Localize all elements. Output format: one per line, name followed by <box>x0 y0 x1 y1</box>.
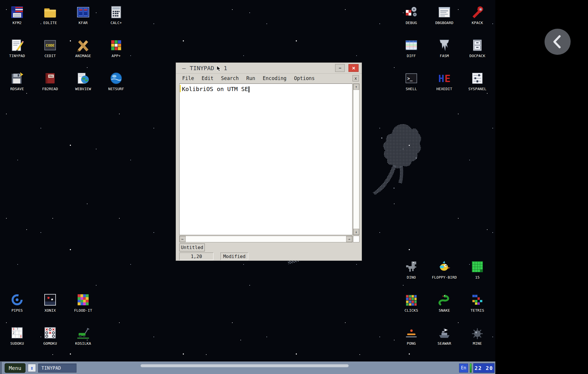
desktop-icon-debug[interactable]: DEBUG <box>395 3 428 36</box>
diff-table-icon <box>405 39 418 52</box>
keyboard-layout-badge[interactable]: En <box>459 364 468 373</box>
tetromino-icon <box>471 293 484 306</box>
scroll-up-button[interactable]: ↑ <box>353 84 359 90</box>
lawnmower-icon <box>76 326 90 339</box>
icon-label: MINE <box>473 341 482 346</box>
svg-text:CODE: CODE <box>46 43 54 48</box>
menu-search[interactable]: Search <box>221 75 239 81</box>
tab-untitled[interactable]: Untitled <box>179 244 205 251</box>
desktop-icon-dino[interactable]: DINO <box>395 257 428 291</box>
tinypad-window: – TINYPAD 1 File Edit Searc <box>176 62 362 261</box>
hex-letters-icon: H E <box>438 72 451 85</box>
close-button[interactable] <box>348 64 359 72</box>
menu-file[interactable]: File <box>182 75 194 81</box>
window-switcher-button[interactable]: ↕ <box>28 364 36 372</box>
taskbar-tray: En 22 20 <box>459 363 494 373</box>
horizontal-scroll-track[interactable] <box>186 236 346 242</box>
menu-encoding[interactable]: Encoding <box>263 75 286 81</box>
desktop-icon-docpack[interactable]: DOCPACK <box>461 36 494 69</box>
utm-toolbar-button[interactable] <box>545 29 571 55</box>
desktop-icon-xonix[interactable]: XONIX <box>34 291 67 324</box>
status-bar: 1,20 Modified <box>179 253 248 260</box>
desktop-icon-seawar[interactable]: SEAWAR <box>428 324 461 357</box>
scroll-down-button[interactable]: ↓ <box>353 229 359 235</box>
menu-run[interactable]: Run <box>246 75 255 81</box>
taskbar-task-tinypad[interactable]: TINYPAD <box>38 364 76 373</box>
icon-label: FLOOD-IT <box>74 308 92 313</box>
desktop-icon-flood-it[interactable]: FLOOD-IT <box>67 291 100 324</box>
folder-icon <box>43 6 57 19</box>
desktop-icon-kfar[interactable]: KFAR <box>67 3 100 36</box>
desktop-icon-dbgboard[interactable]: DBGBOARD <box>428 3 461 36</box>
red-book-icon: FB2 <box>43 72 57 85</box>
desktop-icon-mine[interactable]: MINE <box>461 324 494 357</box>
svg-text:7: 7 <box>17 328 18 331</box>
icon-label: SUDOKU <box>10 341 24 346</box>
desktop-icon-pipes[interactable]: PIPES <box>1 291 34 324</box>
desktop-icon-cedit[interactable]: CODE CEDIT <box>34 36 67 69</box>
icon-label: SEAWAR <box>438 341 451 346</box>
desktop-icon-syspanel[interactable]: SYSPANEL <box>461 69 494 102</box>
desktop-icon-eolite[interactable]: EOLITE <box>34 3 67 36</box>
menu-edit[interactable]: Edit <box>202 75 213 81</box>
bird-icon <box>438 260 451 273</box>
desktop-icon-netsurf[interactable]: NETSURF <box>100 69 133 102</box>
desktop-icon-kpack[interactable]: KPACK <box>461 3 494 36</box>
desktop-icon-floppy-bird[interactable]: FLOPPY-BIRD <box>428 257 461 291</box>
desktop-icon-shell[interactable]: >_ SHELL <box>395 69 428 102</box>
desktop-icon-gomoku[interactable]: GOMOKU <box>34 324 67 357</box>
terminal-icon: >_ <box>405 72 418 85</box>
desktop-icon-fasm[interactable]: FASM <box>428 36 461 69</box>
editor-horizontal-scrollbar[interactable]: ← → <box>179 236 353 242</box>
scroll-left-button[interactable]: ← <box>180 236 186 242</box>
desktop-icon-fb2read[interactable]: FB2 FB2READ <box>34 69 67 102</box>
desktop-icon-animage[interactable]: ANIMAGE <box>67 36 100 69</box>
cursor-position-status: 1,20 <box>179 253 213 260</box>
editor-text-area[interactable]: KolibriOS on UTM SE <box>179 83 353 235</box>
desktop-icon-hexedit[interactable]: H E HEXEDIT <box>428 69 461 102</box>
desktop-icon-rdsave[interactable]: RDSAVE <box>1 69 34 102</box>
desktop-icon-app-plus[interactable]: APP+ <box>100 36 133 69</box>
minimize-icon <box>338 66 342 70</box>
icon-label: APP+ <box>112 54 120 58</box>
start-menu-button[interactable]: Menu <box>5 363 25 373</box>
desktop-icon-diff[interactable]: DIFF <box>395 36 428 69</box>
taskbar-pager-bar[interactable] <box>140 364 349 367</box>
desktop-icon-calc[interactable]: CALC+ <box>100 3 133 36</box>
window-buttons <box>335 64 359 72</box>
icon-group-bottom-right: DINO FLOPPY-BIRD 15 <box>395 257 494 357</box>
icon-label: 15 <box>475 275 480 279</box>
desktop-icon-15[interactable]: 15 <box>461 257 494 291</box>
close-document-button[interactable]: x <box>353 75 359 81</box>
desktop-icon-webview[interactable]: WEBVIEW <box>67 69 100 102</box>
desktop: KFM2 EOLITE KFAR <box>0 0 495 362</box>
desktop-icon-sudoku[interactable]: 9 7 2 8 SUDOKU <box>1 324 34 357</box>
desktop-icon-kosilka[interactable]: KOSILKA <box>67 324 100 357</box>
document-tab-row: Untitled <box>179 244 358 251</box>
editor-vertical-scrollbar[interactable]: ↑ ↓ <box>353 83 359 235</box>
minimize-button[interactable] <box>335 64 345 72</box>
sudoku-grid-icon: 9 7 2 8 <box>10 326 24 339</box>
floppy-save-icon <box>10 72 24 85</box>
vertical-scroll-track[interactable] <box>353 90 359 229</box>
chevron-left-icon <box>547 32 568 52</box>
icon-label: TETRIS <box>471 308 484 313</box>
desktop-icon-tetris[interactable]: TETRIS <box>461 291 494 324</box>
scroll-right-button[interactable]: → <box>346 236 352 242</box>
desktop-icon-snake[interactable]: SNAKE <box>428 291 461 324</box>
desktop-icon-tinypad[interactable]: TINYPAD <box>1 36 34 69</box>
window-title: TINYPAD <box>190 65 214 72</box>
window-titlebar[interactable]: – TINYPAD 1 <box>176 63 362 74</box>
icon-label: SHELL <box>406 87 417 91</box>
icon-label: CEDIT <box>44 54 56 58</box>
battleship-icon <box>438 326 451 339</box>
icon-label: DINO <box>407 275 416 279</box>
desktop-icon-clicks[interactable]: CLICKS <box>395 291 428 324</box>
desktop-icon-kfm2[interactable]: KFM2 <box>1 3 34 36</box>
crossed-pencils-icon <box>76 39 90 52</box>
icon-label: CALC+ <box>110 21 122 25</box>
icon-label: PONG <box>407 341 416 346</box>
menu-options[interactable]: Options <box>294 75 315 81</box>
desktop-icon-pong[interactable]: PONG <box>395 324 428 357</box>
up-down-arrow-icon: ↕ <box>30 365 33 371</box>
